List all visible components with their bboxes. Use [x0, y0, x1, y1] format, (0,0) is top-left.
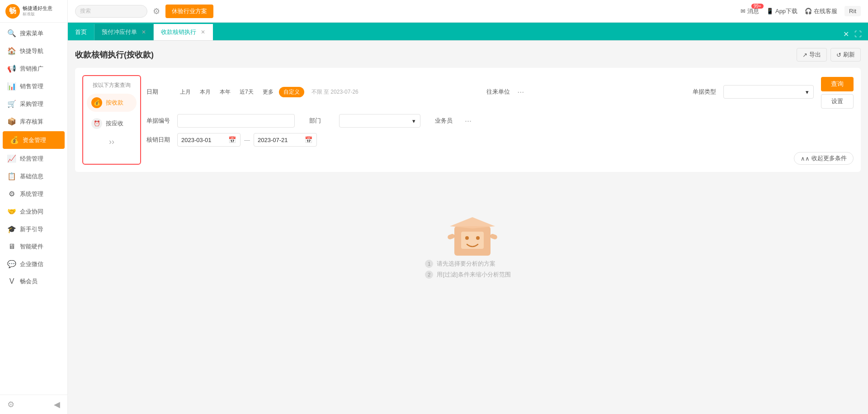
- refresh-button[interactable]: ↺ 刷新: [830, 48, 861, 62]
- filter-option-by-receivable[interactable]: ⏰ 按应收: [87, 114, 137, 133]
- sidebar-label-6: 资金管理: [23, 136, 46, 144]
- sidebar-item-1[interactable]: 🏠快捷导航: [0, 42, 67, 60]
- sidebar-icon-6: 💰: [10, 136, 19, 144]
- sidebar: 畅 畅捷通好生意 标准版 🔍搜索菜单🏠快捷导航📢营销推广📊销售管理🛒采购管理📦库…: [0, 0, 68, 414]
- tab-bar: 首页预付冲应付单✕收款核销执行✕ ✕ ⛶: [68, 23, 868, 41]
- sidebar-item-3[interactable]: 📊销售管理: [0, 77, 67, 95]
- sidebar-label-14: 畅会员: [20, 277, 38, 286]
- sidebar-icon-7: 📈: [7, 154, 16, 163]
- settings-icon[interactable]: ⚙: [7, 400, 14, 409]
- user-menu[interactable]: Rit: [844, 6, 861, 16]
- refresh-label: 刷新: [843, 51, 855, 59]
- topbar-search[interactable]: 搜索: [75, 5, 147, 18]
- filter-sidebar-collapse[interactable]: ››: [87, 137, 137, 147]
- date-btn-this-month[interactable]: 本月: [196, 87, 214, 97]
- verify-date-end-input[interactable]: [258, 137, 303, 143]
- tab-1[interactable]: 预付冲应付单✕: [94, 24, 154, 40]
- dept-select[interactable]: ▾: [339, 114, 420, 128]
- sidebar-menu: 🔍搜索菜单🏠快捷导航📢营销推广📊销售管理🛒采购管理📦库存核算💰资金管理📈经营管理…: [0, 23, 67, 395]
- sidebar-label-1: 快捷导航: [20, 47, 43, 55]
- salesperson-dots[interactable]: ···: [465, 116, 472, 126]
- filter-row-1: 日期 上月 本月 本年 近7天 更多 自定义 不限 至 2023-07-26 往…: [146, 75, 854, 109]
- sidebar-label-5: 库存核算: [20, 118, 43, 126]
- topbar-gear-icon[interactable]: ⚙: [153, 6, 160, 16]
- empty-hint-2: 2 用[过滤]条件来缩小分析范围: [425, 271, 510, 279]
- sidebar-label-3: 销售管理: [20, 82, 43, 90]
- empty-svg: [445, 208, 500, 258]
- tab-close-2[interactable]: ✕: [201, 29, 205, 35]
- hint-num-2: 2: [425, 271, 433, 279]
- logo-icon: 畅: [5, 4, 20, 19]
- tab-2[interactable]: 收款核销执行✕: [154, 24, 213, 40]
- query-actions: 查询 设置: [821, 75, 854, 109]
- verify-date-end-wrapper: 📅: [254, 133, 317, 147]
- sidebar-item-13[interactable]: 💬企业微信: [0, 255, 67, 273]
- sidebar-label-0: 搜索菜单: [20, 29, 43, 38]
- sidebar-icon-8: 📋: [7, 172, 16, 181]
- service-label: 在线客服: [814, 7, 837, 15]
- date-not-limited: 不限 至 2023-07-26: [311, 88, 359, 96]
- order-type-select[interactable]: ▾: [723, 85, 814, 99]
- sidebar-item-2[interactable]: 📢营销推广: [0, 60, 67, 77]
- sidebar-label-4: 采购管理: [20, 100, 43, 108]
- hint-text-1: 请先选择要分析的方案: [437, 260, 495, 268]
- page-actions: ↗ 导出 ↺ 刷新: [797, 48, 861, 62]
- sidebar-item-5[interactable]: 📦库存核算: [0, 113, 67, 130]
- date-range-separator: —: [244, 137, 250, 143]
- sidebar-item-9[interactable]: ⚙系统管理: [0, 185, 67, 203]
- filter-sidebar: 按以下方案查询 💰 按收款 ⏰ 按应收 ››: [82, 75, 141, 165]
- filter-option-by-receipt[interactable]: 💰 按收款: [87, 94, 137, 112]
- collapse-sidebar-icon[interactable]: ◀: [54, 400, 60, 409]
- sidebar-label-13: 企业微信: [20, 260, 43, 268]
- date-btn-last-month[interactable]: 上月: [176, 87, 194, 97]
- counterpart-dots[interactable]: ···: [517, 87, 524, 97]
- tab-close-1[interactable]: ✕: [142, 29, 146, 35]
- empty-state: 1 请先选择要分析的方案 2 用[过滤]条件来缩小分析范围: [75, 208, 861, 281]
- export-button[interactable]: ↗ 导出: [797, 48, 827, 62]
- date-btn-more[interactable]: 更多: [259, 87, 277, 97]
- sidebar-label-10: 企业协同: [20, 208, 43, 216]
- query-button[interactable]: 查询: [821, 77, 854, 91]
- collapse-label: 收起更多条件: [811, 154, 847, 162]
- online-service-button[interactable]: 🎧 在线客服: [805, 7, 837, 15]
- sidebar-label-8: 基础信息: [20, 172, 43, 181]
- sidebar-item-12[interactable]: 🖥智能硬件: [0, 238, 67, 255]
- sidebar-item-6[interactable]: 💰资金管理: [3, 131, 65, 149]
- sidebar-item-11[interactable]: 🎓新手引导: [0, 220, 67, 238]
- sidebar-icon-13: 💬: [7, 260, 16, 268]
- tab-label-1: 预付冲应付单: [102, 28, 137, 36]
- sidebar-item-14[interactable]: V畅会员: [0, 273, 67, 290]
- date-btn-this-year[interactable]: 本年: [216, 87, 234, 97]
- verify-date-start-input[interactable]: [181, 137, 226, 143]
- order-type-chevron: ▾: [806, 89, 809, 95]
- collapse-conditions-button[interactable]: ∧∧ 收起更多条件: [794, 152, 854, 165]
- date-custom-badge[interactable]: 自定义: [279, 87, 304, 97]
- sidebar-item-0[interactable]: 🔍搜索菜单: [0, 24, 67, 42]
- close-tab-button[interactable]: ✕: [841, 28, 851, 40]
- verify-date-start-calendar-icon[interactable]: 📅: [228, 136, 236, 143]
- tab-0[interactable]: 首页: [68, 24, 94, 40]
- tab-label-2: 收款核销执行: [161, 28, 196, 36]
- sidebar-item-10[interactable]: 🤝企业协同: [0, 203, 67, 220]
- counterpart-label: 往来单位: [486, 88, 510, 96]
- sidebar-icon-12: 🖥: [7, 243, 16, 251]
- app-label: App下载: [775, 7, 797, 15]
- sidebar-item-8[interactable]: 📋基础信息: [0, 167, 67, 185]
- app-logo: 畅 畅捷通好生意 标准版: [0, 0, 67, 23]
- sidebar-icon-2: 📢: [7, 64, 16, 73]
- verify-date-end-calendar-icon[interactable]: 📅: [305, 136, 312, 143]
- page-title: 收款核销执行(按收款): [75, 49, 154, 60]
- solution-button[interactable]: 休验行业方案: [165, 5, 213, 18]
- sidebar-item-7[interactable]: 📈经营管理: [0, 150, 67, 167]
- sidebar-item-4[interactable]: 🛒采购管理: [0, 95, 67, 113]
- expand-tab-button[interactable]: ⛶: [853, 29, 863, 40]
- message-button[interactable]: ✉ 消息 99+: [741, 7, 759, 15]
- order-no-input[interactable]: [177, 114, 295, 128]
- verify-date-label: 核销日期: [146, 136, 170, 144]
- tab-label-0: 首页: [75, 28, 87, 36]
- order-no-label: 单据编号: [146, 117, 170, 125]
- page-header: 收款核销执行(按收款) ↗ 导出 ↺ 刷新: [75, 48, 861, 62]
- filter-settings-button[interactable]: 设置: [821, 94, 854, 109]
- date-btn-7days[interactable]: 近7天: [236, 87, 257, 97]
- app-download-button[interactable]: 📱 App下载: [766, 7, 797, 15]
